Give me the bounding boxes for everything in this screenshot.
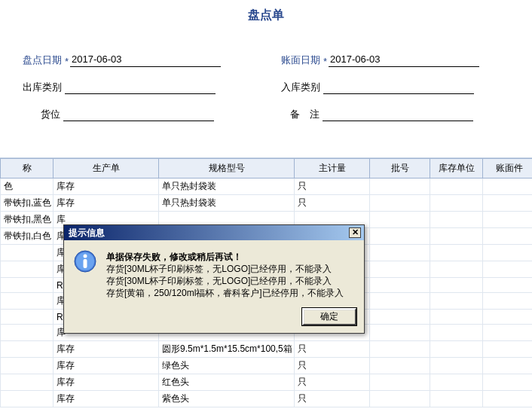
dialog-ok-button[interactable]: 确定	[302, 308, 356, 325]
location-input[interactable]	[63, 108, 214, 121]
table-cell[interactable]	[370, 325, 430, 341]
table-cell[interactable]	[430, 195, 483, 212]
table-cell[interactable]	[370, 341, 430, 358]
col-stock-unit[interactable]: 库存单位	[430, 159, 483, 179]
table-cell[interactable]	[370, 293, 430, 310]
table-cell[interactable]	[370, 358, 430, 374]
table-cell[interactable]	[1, 310, 54, 325]
in-type-input[interactable]	[323, 81, 474, 94]
table-cell[interactable]	[1, 245, 54, 261]
table-cell[interactable]	[430, 293, 483, 310]
table-cell[interactable]	[483, 358, 533, 374]
table-cell[interactable]: 色	[1, 179, 54, 195]
table-cell[interactable]	[370, 212, 430, 228]
table-cell[interactable]: 库存	[54, 341, 159, 358]
table-cell[interactable]: 库存	[54, 358, 159, 374]
table-cell[interactable]	[483, 391, 533, 407]
table-cell[interactable]	[483, 245, 533, 261]
dialog-titlebar[interactable]: 提示信息 ✕	[64, 225, 364, 240]
table-cell[interactable]	[370, 310, 430, 325]
table-cell[interactable]	[430, 212, 483, 228]
table-cell[interactable]	[483, 212, 533, 228]
table-cell[interactable]: 库存	[54, 391, 159, 407]
table-cell[interactable]	[483, 293, 533, 310]
table-cell[interactable]	[430, 261, 483, 278]
table-cell[interactable]	[483, 228, 533, 245]
page-title: 盘点单	[0, 0, 532, 46]
table-row[interactable]: 库存圆形9.5m*1.5m*15.5cm*100,5箱只	[1, 341, 533, 358]
table-cell[interactable]	[430, 341, 483, 358]
table-cell[interactable]	[430, 310, 483, 325]
table-cell[interactable]: 带铁扣,白色	[1, 228, 54, 245]
table-cell[interactable]	[483, 261, 533, 278]
table-cell[interactable]: 单只热封袋装	[159, 195, 295, 212]
col-batch[interactable]: 批号	[370, 159, 430, 179]
table-row[interactable]: 色库存单只热封袋装只	[1, 179, 533, 195]
table-cell[interactable]	[370, 278, 430, 293]
table-cell[interactable]: 只	[295, 374, 370, 391]
table-cell[interactable]	[370, 228, 430, 245]
table-cell[interactable]: 带铁扣,黑色	[1, 212, 54, 228]
table-cell[interactable]	[370, 261, 430, 278]
table-cell[interactable]	[370, 179, 430, 195]
dialog-title-text: 提示信息	[69, 227, 105, 240]
col-name[interactable]: 称	[1, 159, 54, 179]
remark-input[interactable]	[323, 108, 473, 121]
table-cell[interactable]: 只	[295, 391, 370, 407]
col-spec[interactable]: 规格型号	[159, 159, 295, 179]
table-cell[interactable]: 只	[295, 179, 370, 195]
col-uom[interactable]: 主计量	[295, 159, 370, 179]
table-cell[interactable]: 库存	[54, 374, 159, 391]
table-row[interactable]: 带铁扣,蓝色库存单只热封袋装只	[1, 195, 533, 212]
table-cell[interactable]	[370, 245, 430, 261]
table-cell[interactable]: 紫色头	[159, 391, 295, 407]
table-cell[interactable]	[1, 261, 54, 278]
inventory-date-input[interactable]: 2017-06-03	[70, 53, 221, 67]
table-cell[interactable]	[430, 391, 483, 407]
table-cell[interactable]	[430, 278, 483, 293]
dialog-close-button[interactable]: ✕	[349, 227, 361, 238]
table-cell[interactable]	[483, 310, 533, 325]
table-cell[interactable]	[483, 179, 533, 195]
table-cell[interactable]	[1, 278, 54, 293]
table-cell[interactable]: 带铁扣,蓝色	[1, 195, 54, 212]
out-type-input[interactable]	[65, 81, 216, 94]
table-cell[interactable]: 只	[295, 195, 370, 212]
table-cell[interactable]	[370, 391, 430, 407]
table-cell[interactable]: 圆形9.5m*1.5m*15.5cm*100,5箱	[159, 341, 295, 358]
table-row[interactable]: 库存紫色头只	[1, 391, 533, 407]
table-cell[interactable]	[370, 195, 430, 212]
account-date-input[interactable]: 2017-06-03	[329, 53, 479, 67]
table-cell[interactable]	[430, 358, 483, 374]
table-cell[interactable]	[430, 228, 483, 245]
table-cell[interactable]: 单只热封袋装	[159, 179, 295, 195]
table-cell[interactable]	[1, 358, 54, 374]
message-dialog: 提示信息 ✕ 单据保存失败，修改或稍后再试！ 存货[30ML杯子印刷标签，无LO…	[63, 224, 365, 334]
table-cell[interactable]	[483, 325, 533, 341]
table-cell[interactable]	[1, 293, 54, 310]
table-cell[interactable]	[430, 245, 483, 261]
col-book-qty[interactable]: 账面件	[483, 159, 533, 179]
table-cell[interactable]	[430, 179, 483, 195]
table-cell[interactable]	[483, 341, 533, 358]
table-cell[interactable]	[370, 374, 430, 391]
table-cell[interactable]	[430, 325, 483, 341]
table-cell[interactable]	[1, 391, 54, 407]
table-cell[interactable]: 只	[295, 341, 370, 358]
dialog-line-header: 单据保存失败，修改或稍后再试！	[106, 251, 344, 263]
table-cell[interactable]: 只	[295, 358, 370, 374]
table-row[interactable]: 库存绿色头只	[1, 358, 533, 374]
table-cell[interactable]: 库存	[54, 179, 159, 195]
table-cell[interactable]	[1, 374, 54, 391]
table-cell[interactable]	[430, 374, 483, 391]
table-cell[interactable]	[483, 195, 533, 212]
table-cell[interactable]	[483, 278, 533, 293]
table-cell[interactable]	[483, 374, 533, 391]
table-cell[interactable]: 红色头	[159, 374, 295, 391]
col-production[interactable]: 生产单	[54, 159, 159, 179]
table-row[interactable]: 库存红色头只	[1, 374, 533, 391]
table-cell[interactable]: 绿色头	[159, 358, 295, 374]
table-cell[interactable]	[1, 325, 54, 341]
table-cell[interactable]: 库存	[54, 195, 159, 212]
table-cell[interactable]	[1, 341, 54, 358]
